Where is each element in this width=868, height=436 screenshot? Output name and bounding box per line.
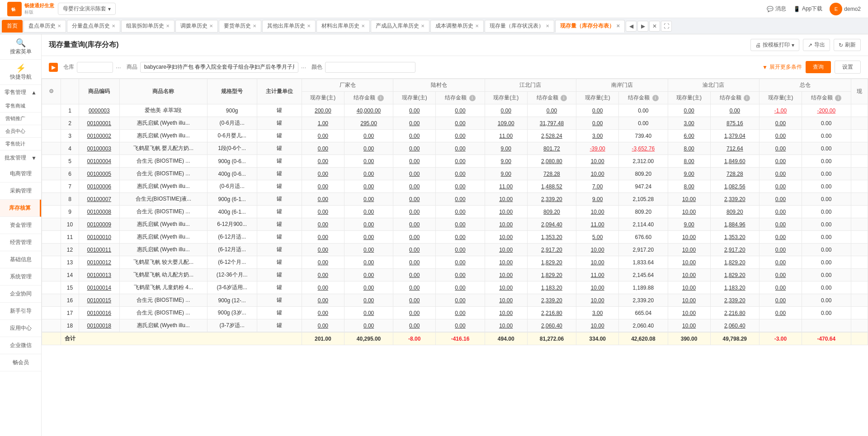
tab-portion-count[interactable]: 分量盘点单历史 ✕ — [67, 20, 120, 33]
tab-product-inbound[interactable]: 产成品入库单历史 ✕ — [371, 20, 429, 33]
color-input[interactable] — [325, 62, 415, 73]
table-row: 1 0000003 爱他美 卓萃3段 900g 罐 200.00 40,000.… — [42, 104, 868, 117]
sidebar-item-purchase[interactable]: 采购管理 — [0, 183, 41, 200]
warehouse-input[interactable] — [77, 62, 113, 73]
sidebar-item-wechat[interactable]: 企业微信 — [0, 337, 41, 354]
message-icon: 💬 — [767, 6, 774, 12]
close-icon[interactable]: ✕ — [475, 23, 479, 28]
chevron-down-icon: ▼ — [31, 155, 37, 161]
tab-stock-distribution[interactable]: 现存量（库存分布表） ✕ — [555, 20, 625, 33]
th-warehouse-factory: 厂家仓 — [302, 79, 393, 92]
sidebar-item-stock[interactable]: 库存核算 — [0, 200, 41, 217]
color-filter: 颜色 — [311, 62, 415, 73]
tab-home[interactable]: 首页 — [2, 20, 23, 33]
tab-other-outbound[interactable]: 其他出库单历史 ✕ — [262, 20, 316, 33]
sidebar-item-system[interactable]: 系统管理 — [0, 268, 41, 286]
sidebar-item-marketing[interactable]: 营销推广 — [0, 113, 41, 125]
close-icon[interactable]: ✕ — [166, 23, 170, 28]
sidebar-item-member[interactable]: 会员中心 — [0, 125, 41, 138]
sidebar-item-retail-stats[interactable]: 零售统计 — [0, 138, 41, 150]
message-btn[interactable]: 💬 消息 — [767, 5, 786, 13]
query-btn[interactable]: 查询 — [806, 61, 831, 73]
table-row: 8 00100007 合生元(BIOSTIME)液... 900g (6-1..… — [42, 193, 868, 206]
download-icon: 📱 — [793, 6, 800, 12]
sidebar-item-search[interactable]: 🔍 搜索英单 — [0, 34, 41, 60]
expand-conditions-btn[interactable]: ▼ 展开更多条件 — [762, 63, 802, 71]
table-row: 11 00100010 惠氏启赋 (Wyeth illu... (6-12月适.… — [42, 231, 868, 244]
th-yb-qty: 现存量(主) — [668, 92, 710, 104]
info-icon[interactable]: i — [744, 95, 750, 101]
sidebar-group-retail[interactable]: 零售管理 ▲ — [0, 85, 41, 100]
info-icon[interactable]: i — [561, 95, 567, 101]
top-bar: 畅 畅捷通好生意 标版 母婴行业演示陈套 ▾ 💬 消息 📱 App下载 E de… — [0, 0, 868, 18]
info-icon[interactable]: i — [835, 95, 841, 101]
app-download-btn[interactable]: 📱 App下载 — [793, 5, 822, 13]
filter-toggle-btn[interactable]: ▶ — [49, 63, 58, 72]
close-icon[interactable]: ✕ — [112, 23, 115, 28]
table-row: 5 00100004 合生元 (BIOSTIME) ... 900g (0-6.… — [42, 155, 868, 168]
refresh-btn[interactable]: ↻ 刷新 — [834, 39, 861, 51]
th-nb-amt: 结存金额 i — [619, 92, 668, 104]
info-icon[interactable]: i — [377, 95, 384, 101]
th-code: 商品编码 — [79, 79, 120, 104]
tab-stock-status[interactable]: 现存量（库存状况表） ✕ — [485, 20, 554, 33]
sidebar-item-ecommerce[interactable]: 电商管理 — [0, 165, 41, 183]
tab-next-btn[interactable]: ▶ — [637, 21, 648, 32]
sidebar-item-app-center[interactable]: 应用中心 — [0, 320, 41, 337]
warehouse-more-btn[interactable]: ··· — [116, 64, 121, 71]
export-btn[interactable]: ↗ 导出 — [803, 39, 830, 51]
tab-transfer[interactable]: 调拨单历史 ✕ — [175, 20, 218, 33]
sidebar-item-retail-mall[interactable]: 零售商城 — [0, 100, 41, 113]
settings-btn[interactable]: 设置 — [835, 61, 861, 74]
info-icon[interactable]: i — [469, 95, 476, 101]
th-total-qty: 现存量(主) — [760, 92, 802, 104]
page-title: 现存量查询(库存分布) — [49, 40, 119, 50]
sidebar-group-wholesale[interactable]: 批发管理 ▼ — [0, 150, 41, 165]
tab-expand-btn[interactable]: ⛶ — [661, 21, 672, 32]
logo-area: 畅 畅捷通好生意 标版 — [7, 2, 54, 16]
close-icon[interactable]: ✕ — [361, 23, 365, 28]
close-icon[interactable]: ✕ — [253, 23, 256, 28]
table-row: 3 00100002 惠氏启赋 (Wyeth illu... 0-6月婴儿...… — [42, 130, 868, 142]
settings-icon[interactable]: ⚙ — [48, 88, 55, 95]
table-container: ⚙ 商品编码 商品名称 规格型号 主计量单位 厂家仓 陆村仓 江北门店 南岸门店… — [42, 79, 868, 436]
sidebar-item-base-info[interactable]: 基础信息 — [0, 251, 41, 268]
sidebar-item-quick-nav[interactable]: ⚡ 快捷导航 — [0, 60, 41, 85]
table-row: 2 00100001 惠氏启赋 (Wyeth illu... (0-6月适...… — [42, 117, 868, 130]
sidebar-item-guide[interactable]: 新手引导 — [0, 303, 41, 320]
table-row: 6 00100005 合生元 (BIOSTIME) ... 400g (0-6.… — [42, 168, 868, 180]
tab-close-all-btn[interactable]: ✕ — [649, 21, 660, 32]
info-icon[interactable]: i — [652, 95, 659, 101]
sidebar-item-member2[interactable]: 畅会员 — [0, 354, 41, 371]
product-input[interactable] — [140, 62, 298, 73]
close-icon[interactable]: ✕ — [421, 23, 425, 28]
svg-text:畅: 畅 — [11, 7, 15, 12]
sidebar-item-finance[interactable]: 资金管理 — [0, 217, 41, 234]
tab-cost-adjust[interactable]: 成本调整单历史 ✕ — [430, 20, 484, 33]
print-btn[interactable]: 🖨 按模板打印 ▾ — [750, 39, 799, 51]
th-total-amt: 结存金额 i — [802, 92, 851, 104]
th-jb-amt: 结存金额 i — [527, 92, 576, 104]
sidebar-item-enterprise[interactable]: 企业协同 — [0, 286, 41, 303]
close-icon[interactable]: ✕ — [616, 23, 620, 28]
main-layout: 🔍 搜索英单 ⚡ 快捷导航 零售管理 ▲ 零售商城 营销推广 会员中心 零售统计… — [0, 34, 868, 436]
sidebar-item-operations[interactable]: 经营管理 — [0, 234, 41, 251]
tab-inventory-count[interactable]: 盘点单历史 ✕ — [24, 20, 66, 33]
close-icon[interactable]: ✕ — [57, 23, 61, 28]
chevron-down-icon: ▾ — [792, 42, 794, 48]
top-bar-left: 畅 畅捷通好生意 标版 母婴行业演示陈套 ▾ — [7, 2, 116, 16]
close-icon[interactable]: ✕ — [209, 23, 213, 28]
user-area[interactable]: E demo2 — [830, 3, 861, 15]
tab-requisition[interactable]: 要货单历史 ✕ — [219, 20, 261, 33]
industry-select[interactable]: 母婴行业演示陈套 ▾ — [58, 3, 116, 15]
product-more-btn[interactable]: ··· — [301, 64, 307, 71]
close-icon[interactable]: ✕ — [546, 23, 549, 28]
tab-assemble[interactable]: 组装拆卸单历史 ✕ — [121, 20, 175, 33]
close-icon[interactable]: ✕ — [307, 23, 311, 28]
th-warehouse-yubei: 渝北门店 — [668, 79, 759, 92]
tab-material-outbound[interactable]: 材料出库单历史 ✕ — [316, 20, 370, 33]
tab-prev-btn[interactable]: ◀ — [626, 21, 637, 32]
table-row: 4 00100003 飞鹤星飞帆 婴儿配方奶... 1段(0-6个... 罐 0… — [42, 142, 868, 155]
header-actions: 🖨 按模板打印 ▾ ↗ 导出 ↻ 刷新 — [750, 39, 861, 51]
th-settings: ⚙ — [42, 79, 61, 104]
